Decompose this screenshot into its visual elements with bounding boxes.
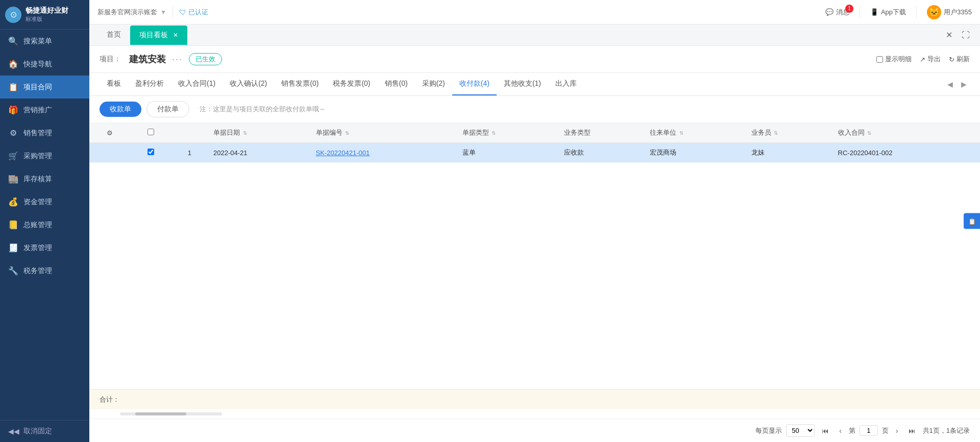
- divider-1: [173, 6, 173, 18]
- sidebar-item-invoice[interactable]: 🧾发票管理: [0, 236, 89, 259]
- app-download-button[interactable]: 📱 App下载: [870, 8, 906, 17]
- document-link[interactable]: SK-20220421-001: [316, 149, 370, 157]
- main-area: 新服务官网演示账套 ▼ 🛡 已认证 💬 消息 1 📱 App下载 🐱 用户335…: [89, 0, 980, 442]
- first-page-button[interactable]: ⏮: [819, 426, 832, 436]
- th-checkbox[interactable]: [130, 123, 172, 143]
- table-row[interactable]: 1 2022-04-21 SK-20220421-001 蓝单 应收款 宏茂商场…: [89, 143, 980, 163]
- refresh-button[interactable]: ↻ 刷新: [949, 55, 970, 64]
- tabbar-actions: ✕ ⛶: [944, 28, 972, 42]
- next-page-button[interactable]: ›: [893, 426, 901, 436]
- tab-project[interactable]: 项目看板 ✕: [130, 26, 187, 45]
- page-header: 项目： 建筑安装 ··· 已生效 显示明细 ↗ 导出 ↻ 刷新: [89, 46, 980, 73]
- cell-checkbox[interactable]: [130, 143, 172, 163]
- page-size-select[interactable]: 10 20 50 100: [786, 424, 815, 437]
- last-page-button[interactable]: ⏭: [905, 426, 919, 436]
- logo-icon: ⊙: [5, 7, 21, 23]
- marketing-icon: 🎁: [8, 105, 18, 115]
- select-all-checkbox[interactable]: [148, 129, 154, 135]
- sub-tab-sales[interactable]: 销售(0): [378, 73, 415, 95]
- th-income-contract[interactable]: 收入合同 ⇅: [832, 123, 980, 143]
- unpin-label: 取消固定: [23, 427, 52, 436]
- sidebar-item-finance[interactable]: 💰资金管理: [0, 190, 89, 213]
- th-type[interactable]: 单据类型 ⇅: [456, 123, 558, 143]
- sub-tab-next-button[interactable]: ▶: [958, 78, 970, 90]
- th-date[interactable]: 单据日期 ⇅: [207, 123, 310, 143]
- user-menu[interactable]: 🐱 用户3355: [927, 5, 972, 19]
- show-detail-checkbox[interactable]: [876, 56, 883, 63]
- sidebar-item-purchase[interactable]: 🛒采购管理: [0, 144, 89, 167]
- cell-number[interactable]: SK-20220421-001: [310, 143, 456, 163]
- export-button[interactable]: ↗ 导出: [920, 55, 941, 64]
- th-salesman[interactable]: 业务员 ⇅: [745, 123, 832, 143]
- right-panel[interactable]: 📋: [964, 213, 980, 229]
- app-label: App下载: [881, 8, 906, 17]
- divider-2: [860, 6, 860, 18]
- sidebar-item-sales[interactable]: ⚙销售管理: [0, 121, 89, 144]
- page-label: 第: [849, 426, 855, 435]
- sidebar-label-finance: 资金管理: [23, 198, 52, 207]
- sort-partner-icon: ⇅: [679, 130, 683, 136]
- tax-icon: 🔧: [8, 266, 18, 276]
- search-icon: 🔍: [8, 36, 18, 46]
- logo-sub: 标准版: [26, 15, 68, 23]
- sidebar-item-search[interactable]: 🔍搜索菜单: [0, 30, 89, 53]
- sidebar-logo: ⊙ 畅捷通好业财 标准版: [0, 0, 89, 30]
- row-checkbox[interactable]: [148, 149, 154, 155]
- inner-tab-receipt[interactable]: 收款单: [100, 102, 141, 117]
- sub-tab-purchase[interactable]: 采购(2): [415, 73, 452, 95]
- topbar-right: 💬 消息 1 📱 App下载 🐱 用户3355: [825, 5, 972, 19]
- th-partner[interactable]: 往来单位 ⇅: [644, 123, 745, 143]
- finance-icon: 💰: [8, 197, 18, 207]
- sidebar-label-project: 项目合同: [23, 83, 52, 92]
- sidebar-item-shortcut[interactable]: 🏠快捷导航: [0, 53, 89, 76]
- sidebar-unpin[interactable]: ◀◀ 取消固定: [0, 420, 89, 442]
- th-number[interactable]: 单据编号 ⇅: [310, 123, 456, 143]
- ledger-icon: 📒: [8, 220, 18, 230]
- sub-tab-sales-invoice[interactable]: 销售发票(0): [274, 73, 326, 95]
- sub-tab-other[interactable]: 其他收支(1): [497, 73, 548, 95]
- purchase-icon: 🛒: [8, 151, 18, 161]
- sub-tab-profit[interactable]: 盈利分析: [128, 73, 171, 95]
- inner-tab-payment[interactable]: 付款单: [146, 101, 189, 117]
- sub-tab-income-confirm[interactable]: 收入确认(2): [223, 73, 274, 95]
- page-size-label: 每页显示: [755, 426, 782, 435]
- scrollbar-thumb[interactable]: [135, 412, 186, 415]
- expand-window-button[interactable]: ⛶: [960, 29, 972, 42]
- table-body: 1 2022-04-21 SK-20220421-001 蓝单 应收款 宏茂商场…: [89, 143, 980, 163]
- tab-close-icon[interactable]: ✕: [173, 32, 178, 39]
- prev-page-button[interactable]: ‹: [836, 426, 845, 436]
- sub-tab-income-contract[interactable]: 收入合同(1): [171, 73, 223, 95]
- right-panel-icon: 📋: [968, 217, 975, 225]
- sub-tab-warehouse[interactable]: 出入库: [548, 73, 584, 95]
- sidebar-item-tax[interactable]: 🔧税务管理: [0, 259, 89, 282]
- table-footer: 合计：: [89, 389, 980, 409]
- sub-tab-kanban[interactable]: 看板: [100, 73, 128, 95]
- sub-tab-receipt[interactable]: 收付款(4): [452, 73, 497, 95]
- th-biz-type: 业务类型: [558, 123, 644, 143]
- sub-tab-tax-invoice[interactable]: 税务发票(0): [326, 73, 377, 95]
- sidebar-item-marketing[interactable]: 🎁营销推广: [0, 99, 89, 121]
- show-detail-checkbox-label[interactable]: 显示明细: [876, 55, 912, 64]
- scrollbar-track[interactable]: [120, 412, 222, 415]
- sub-tab-prev-button[interactable]: ◀: [944, 78, 956, 90]
- message-button[interactable]: 💬 消息 1: [825, 8, 849, 17]
- page-number-input[interactable]: [860, 425, 878, 436]
- th-settings[interactable]: ⚙: [89, 123, 130, 143]
- sidebar-item-ledger[interactable]: 📒总账管理: [0, 213, 89, 236]
- more-options-button[interactable]: ···: [172, 54, 183, 65]
- account-label: 新服务官网演示账套: [97, 8, 157, 17]
- cell-contract: RC-20220401-002: [832, 143, 980, 163]
- close-window-button[interactable]: ✕: [944, 28, 954, 42]
- tab-home[interactable]: 首页: [97, 25, 130, 45]
- logo-text-block: 畅捷通好业财 标准版: [26, 6, 68, 23]
- certified-label: 已认证: [188, 8, 208, 17]
- account-selector[interactable]: 新服务官网演示账套 ▼: [97, 8, 166, 17]
- sales-icon: ⚙: [8, 128, 18, 138]
- total-info: 共1页，1条记录: [923, 426, 970, 435]
- inner-tab-hint: 注：这里是与项目关联的全部收付款单哦～: [200, 105, 326, 114]
- cell-date: 2022-04-21: [207, 143, 310, 163]
- sidebar-item-inventory[interactable]: 🏬库存核算: [0, 167, 89, 190]
- page-header-right: 显示明细 ↗ 导出 ↻ 刷新: [876, 55, 970, 64]
- invoice-icon: 🧾: [8, 243, 18, 253]
- sidebar-item-project[interactable]: 📋项目合同: [0, 76, 89, 99]
